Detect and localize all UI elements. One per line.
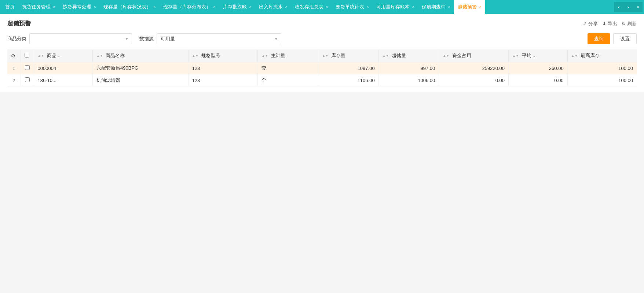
spec-cell: 123 xyxy=(188,62,258,74)
th-product-code[interactable]: ▲▼ 商品... xyxy=(34,49,93,62)
capital-used-cell: 0.00 xyxy=(439,74,509,86)
max-stock-cell: 100.00 xyxy=(567,62,637,74)
nav-arrows: ‹ › × xyxy=(614,2,643,12)
nav-overstock-warning[interactable]: 超储预警 × xyxy=(454,0,485,14)
settings-gear-icon[interactable]: ⚙ xyxy=(11,53,15,59)
sort-icon: ▲▼ xyxy=(261,54,268,58)
product-code-cell: 186-10... xyxy=(34,74,93,86)
table-row: 2 186-10... 机油滤清器 123 个 1106.00 1006.00 … xyxy=(7,74,637,86)
nav-more-button[interactable]: × xyxy=(633,2,643,12)
select-all-checkbox[interactable] xyxy=(25,53,29,58)
sort-icon: ▲▼ xyxy=(38,54,44,58)
row-number: 1 xyxy=(7,62,21,74)
product-code-cell: 0000004 xyxy=(34,62,93,74)
sort-icon: ▲▼ xyxy=(443,54,449,58)
page-title: 超储预警 xyxy=(7,20,31,27)
th-avg[interactable]: ▲▼ 平均... xyxy=(509,49,568,62)
nav-home[interactable]: 首页 xyxy=(1,0,18,14)
close-icon[interactable]: × xyxy=(53,4,55,10)
refresh-button[interactable]: ↻ 刷新 xyxy=(622,21,637,27)
table-row: 1 0000004 六配套新昌490BPG 123 套 1097.00 997.… xyxy=(7,62,637,74)
export-icon: ⬇ xyxy=(602,21,606,26)
table-header-row: ⚙ ▲▼ 商品... ▲▼ 商品名称 ▲▼ 规格型号 ▲▼ xyxy=(7,49,637,62)
close-icon[interactable]: × xyxy=(285,4,288,10)
share-button[interactable]: ↗ 分享 xyxy=(583,21,598,27)
nav-pick-exception[interactable]: 拣货异常处理 × xyxy=(59,0,100,14)
row-checkbox-cell xyxy=(21,62,34,74)
nav-pick-task[interactable]: 拣货任务管理 × xyxy=(18,0,59,14)
nav-receipt-summary[interactable]: 收发存汇总表 × xyxy=(291,0,332,14)
th-stock[interactable]: ▲▼ 库存量 xyxy=(318,49,378,62)
chevron-down-icon: ▾ xyxy=(275,37,277,41)
sort-icon: ▲▼ xyxy=(383,54,389,58)
product-name-cell: 六配套新昌490BPG xyxy=(93,62,188,74)
nav-inout-flow[interactable]: 出入库流水 × xyxy=(255,0,291,14)
sort-icon: ▲▼ xyxy=(96,54,103,58)
th-spec[interactable]: ▲▼ 规格型号 xyxy=(188,49,258,62)
chevron-down-icon: ▾ xyxy=(126,37,128,41)
nav-stock-batch[interactable]: 库存批次账 × xyxy=(219,0,255,14)
page-title-bar: 超储预警 ↗ 分享 ⬇ 导出 ↻ 刷新 xyxy=(7,20,637,27)
row-checkbox[interactable] xyxy=(25,77,30,82)
max-stock-cell: 100.00 xyxy=(567,74,637,86)
close-icon[interactable]: × xyxy=(479,4,482,10)
close-icon[interactable]: × xyxy=(366,4,369,10)
stock-cell: 1106.00 xyxy=(318,74,378,86)
refresh-icon: ↻ xyxy=(622,21,626,26)
query-button[interactable]: 查询 xyxy=(588,33,610,44)
nav-next-button[interactable]: › xyxy=(623,2,633,12)
share-icon: ↗ xyxy=(583,21,587,26)
product-category-label: 商品分类 xyxy=(7,36,26,42)
nav-order-stats[interactable]: 要货单统计表 × xyxy=(332,0,373,14)
sort-icon: ▲▼ xyxy=(192,54,199,58)
unit-cell: 个 xyxy=(258,74,318,86)
nav-stock-distribution[interactable]: 现存量（库存分布表） × xyxy=(160,0,219,14)
sort-icon: ▲▼ xyxy=(512,54,519,58)
th-product-name[interactable]: ▲▼ 商品名称 xyxy=(93,49,188,62)
top-navigation: 首页 拣货任务管理 × 拣货异常处理 × 现存量（库存状况表） × 现存量（库存… xyxy=(0,0,644,14)
nav-stock-status[interactable]: 现存量（库存状况表） × xyxy=(100,0,160,14)
page-content: 超储预警 ↗ 分享 ⬇ 导出 ↻ 刷新 商品分类 ▾ 数据源 xyxy=(0,14,644,92)
row-checkbox[interactable] xyxy=(25,65,30,70)
row-number: 2 xyxy=(7,74,21,86)
settings-button[interactable]: 设置 xyxy=(613,33,637,44)
close-icon[interactable]: × xyxy=(213,4,216,10)
nav-quality-period[interactable]: 保质期查询 × xyxy=(418,0,454,14)
datasource-value: 可用量 xyxy=(161,36,175,42)
capital-used-cell: 259220.00 xyxy=(439,62,509,74)
product-category-select[interactable]: ▾ xyxy=(29,33,132,44)
datasource-select[interactable]: 可用量 ▾ xyxy=(157,33,281,44)
avg-cell: 0.00 xyxy=(509,74,568,86)
export-button[interactable]: ⬇ 导出 xyxy=(602,21,617,27)
product-name-cell: 机油滤清器 xyxy=(93,74,188,86)
filter-buttons: 查询 设置 xyxy=(588,33,637,44)
stock-cell: 1097.00 xyxy=(318,62,378,74)
sort-icon: ▲▼ xyxy=(571,54,578,58)
avg-cell: 260.00 xyxy=(509,62,568,74)
nav-prev-button[interactable]: ‹ xyxy=(614,2,623,12)
close-icon[interactable]: × xyxy=(249,4,252,10)
row-checkbox-cell xyxy=(21,74,34,86)
sort-icon: ▲▼ xyxy=(322,54,329,58)
th-checkbox xyxy=(21,49,34,62)
close-icon[interactable]: × xyxy=(94,4,96,10)
th-max-stock[interactable]: ▲▼ 最高库存 xyxy=(567,49,637,62)
product-category-filter: 商品分类 ▾ xyxy=(7,33,132,44)
nav-available-stock[interactable]: 可用量库存账本 × xyxy=(373,0,418,14)
data-table: ⚙ ▲▼ 商品... ▲▼ 商品名称 ▲▼ 规格型号 ▲▼ xyxy=(7,49,637,86)
th-capital-used[interactable]: ▲▼ 资金占用 xyxy=(439,49,509,62)
close-icon[interactable]: × xyxy=(153,4,156,10)
th-unit[interactable]: ▲▼ 主计量 xyxy=(258,49,318,62)
overstock-cell: 1006.00 xyxy=(378,74,439,86)
unit-cell: 套 xyxy=(258,62,318,74)
datasource-filter: 数据源 可用量 ▾ xyxy=(139,33,281,44)
th-settings: ⚙ xyxy=(7,49,21,62)
close-icon[interactable]: × xyxy=(448,4,450,10)
close-icon[interactable]: × xyxy=(326,4,328,10)
overstock-cell: 997.00 xyxy=(378,62,439,74)
title-actions: ↗ 分享 ⬇ 导出 ↻ 刷新 xyxy=(583,21,637,27)
th-overstock[interactable]: ▲▼ 超储量 xyxy=(378,49,439,62)
spec-cell: 123 xyxy=(188,74,258,86)
datasource-label: 数据源 xyxy=(139,36,154,42)
close-icon[interactable]: × xyxy=(412,4,414,10)
